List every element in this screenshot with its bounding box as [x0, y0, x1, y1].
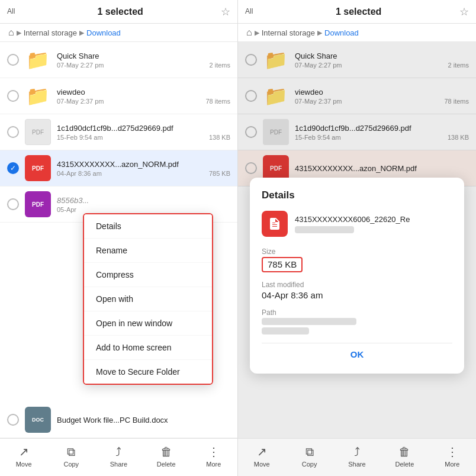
home-icon-right[interactable]: ⌂: [246, 27, 252, 38]
file-item-quick-share[interactable]: 📁 Quick Share 07-May 2:27 pm 2 items: [0, 42, 237, 78]
file-name-budget: Budget Work file...PC Build.docx: [57, 416, 230, 424]
radio-pdf2[interactable]: ✓: [7, 162, 19, 174]
right-bottom-toolbar: ↗ Move ⧉ Copy ⤴ Share 🗑 Delete ⋮ More: [238, 438, 476, 476]
path-blur1: [262, 318, 356, 325]
file-name-pdf3: 8556b3...: [57, 196, 230, 205]
thumb-budget: DOC: [25, 407, 51, 433]
copy-icon-right: ⧉: [305, 445, 314, 459]
path-label: Path: [262, 308, 452, 317]
radio-pdf3[interactable]: [7, 198, 19, 210]
toolbar-move-right[interactable]: ↗ Move: [247, 445, 276, 468]
size-box: 785 KB: [262, 257, 303, 272]
thumb-pdf3: PDF: [25, 191, 51, 217]
more-icon-right: ⋮: [446, 445, 458, 459]
file-item-viewdeo[interactable]: 📁 viewdeo 07-May 2:37 pm 78 items: [0, 78, 237, 114]
file-meta-quick-share: 07-May 2:27 pm 2 items: [57, 62, 230, 69]
modal-size-field: Size 785 KB: [262, 247, 452, 272]
breadcrumb-sep1-left: ▶: [17, 29, 21, 37]
toolbar-delete-right[interactable]: 🗑 Delete: [390, 445, 419, 468]
share-icon-left: ⤴: [115, 445, 121, 459]
folder-icon-viewdeo: 📁: [26, 85, 50, 107]
breadcrumb-current-left[interactable]: Download: [86, 28, 121, 37]
file-info-pdf1: 1c1d90dcf1cf9b...d275d29669.pdf 15-Feb 9…: [57, 124, 230, 141]
modal-ok-button[interactable]: OK: [262, 343, 452, 362]
context-menu: Details Rename Compress Open with Open i…: [83, 213, 213, 385]
modal-file-name: 4315XXXXXXXX6006_22620_Re: [295, 215, 410, 224]
star-icon-left[interactable]: ☆: [221, 5, 230, 18]
modal-file-name-blur: [295, 226, 354, 233]
copy-icon-left: ⧉: [67, 445, 75, 459]
breadcrumb-sep1-right: ▶: [255, 29, 259, 37]
file-item-pdf2[interactable]: ✓ PDF 4315XXXXXXXX...azon_NORM.pdf 04-Ap…: [0, 150, 237, 186]
delete-icon-left: 🗑: [160, 445, 172, 459]
right-panel: All 1 selected ☆ ⌂ ▶ Internal storage ▶ …: [238, 0, 476, 476]
file-meta-pdf1: 15-Feb 9:54 am 138 KB: [57, 134, 230, 141]
all-button-right[interactable]: All: [245, 8, 253, 15]
file-info-pdf3: 8556b3... 05-Apr: [57, 196, 230, 213]
context-menu-open-with[interactable]: Open with: [84, 287, 212, 311]
context-menu-open-new-window[interactable]: Open in new window: [84, 311, 212, 336]
internal-storage-left[interactable]: Internal storage: [24, 28, 77, 37]
thumb-pdf2: PDF: [25, 155, 51, 181]
radio-budget[interactable]: [7, 414, 19, 426]
context-menu-secure-folder[interactable]: Move to Secure Folder: [84, 360, 212, 384]
modal-path-field: Path: [262, 308, 452, 335]
modified-label: Last modified: [262, 281, 452, 289]
left-bottom-toolbar: ↗ Move ⧉ Copy ⤴ Share 🗑 Delete ⋮ More: [0, 438, 237, 476]
modal-file-name-container: 4315XXXXXXXX6006_22620_Re: [295, 215, 410, 233]
folder-icon-quick-share: 📁: [26, 49, 50, 71]
folder-thumb-quick-share: 📁: [25, 47, 51, 73]
context-menu-rename[interactable]: Rename: [84, 239, 212, 263]
right-selected-title: 1 selected: [258, 7, 459, 17]
toolbar-delete-left[interactable]: 🗑 Delete: [152, 445, 181, 468]
toolbar-more-left[interactable]: ⋮ More: [199, 445, 229, 468]
home-icon-left[interactable]: ⌂: [8, 27, 14, 38]
more-icon-left: ⋮: [208, 445, 220, 459]
breadcrumb-sep2-left: ▶: [79, 29, 84, 37]
breadcrumb-current-right[interactable]: Download: [324, 28, 359, 37]
thumb-pdf1: PDF: [25, 119, 51, 145]
radio-viewdeo[interactable]: [7, 90, 19, 102]
toolbar-copy-right[interactable]: ⧉ Copy: [295, 445, 324, 468]
folder-thumb-viewdeo: 📁: [25, 83, 51, 109]
share-icon-right: ⤴: [354, 445, 360, 459]
toolbar-share-left[interactable]: ⤴ Share: [104, 445, 133, 468]
file-info-pdf2: 4315XXXXXXXX...azon_NORM.pdf 04-Apr 8:36…: [57, 160, 230, 177]
left-breadcrumb: ⌂ ▶ Internal storage ▶ Download: [0, 24, 237, 42]
path-blur2: [262, 327, 309, 335]
modified-value: 04-Apr 8:36 am: [262, 290, 452, 300]
delete-icon-right: 🗑: [398, 445, 410, 459]
left-panel: All 1 selected ☆ ⌂ ▶ Internal storage ▶ …: [0, 0, 238, 476]
file-name-pdf2: 4315XXXXXXXX...azon_NORM.pdf: [57, 160, 230, 169]
right-breadcrumb: ⌂ ▶ Internal storage ▶ Download: [238, 24, 476, 42]
context-menu-add-home[interactable]: Add to Home screen: [84, 336, 212, 360]
toolbar-copy-left[interactable]: ⧉ Copy: [56, 445, 86, 468]
all-button-left[interactable]: All: [7, 8, 15, 15]
radio-quick-share[interactable]: [7, 54, 19, 66]
size-value: 785 KB: [268, 259, 297, 269]
toolbar-share-right[interactable]: ⤴ Share: [342, 445, 372, 468]
internal-storage-right[interactable]: Internal storage: [262, 28, 315, 37]
file-meta-pdf2: 04-Apr 8:36 am 785 KB: [57, 170, 230, 177]
left-header: All 1 selected ☆: [0, 0, 237, 24]
context-menu-compress[interactable]: Compress: [84, 263, 212, 287]
modal-modified-field: Last modified 04-Apr 8:36 am: [262, 281, 452, 300]
file-info-viewdeo: viewdeo 07-May 2:37 pm 78 items: [57, 88, 230, 105]
toolbar-move-left[interactable]: ↗ Move: [9, 445, 38, 468]
file-item-pdf1[interactable]: PDF 1c1d90dcf1cf9b...d275d29669.pdf 15-F…: [0, 114, 237, 150]
pdf-icon-modal: [262, 211, 288, 237]
toolbar-more-right[interactable]: ⋮ More: [438, 445, 467, 468]
file-info-quick-share: Quick Share 07-May 2:27 pm 2 items: [57, 52, 230, 69]
file-name-viewdeo: viewdeo: [57, 88, 230, 97]
left-selected-title: 1 selected: [20, 7, 221, 17]
file-name-quick-share: Quick Share: [57, 52, 230, 60]
move-icon-right: ↗: [257, 445, 267, 459]
file-meta-viewdeo: 07-May 2:37 pm 78 items: [57, 98, 230, 105]
context-menu-details[interactable]: Details: [84, 214, 212, 239]
star-icon-right[interactable]: ☆: [459, 5, 469, 18]
breadcrumb-sep2-right: ▶: [317, 29, 322, 37]
radio-pdf1[interactable]: [7, 126, 19, 138]
details-modal: Details 4315XXXXXXXX6006_22620_Re Size 7…: [250, 178, 464, 374]
file-item-budget[interactable]: DOC Budget Work file...PC Build.docx: [0, 402, 237, 438]
modal-title: Details: [262, 189, 452, 201]
